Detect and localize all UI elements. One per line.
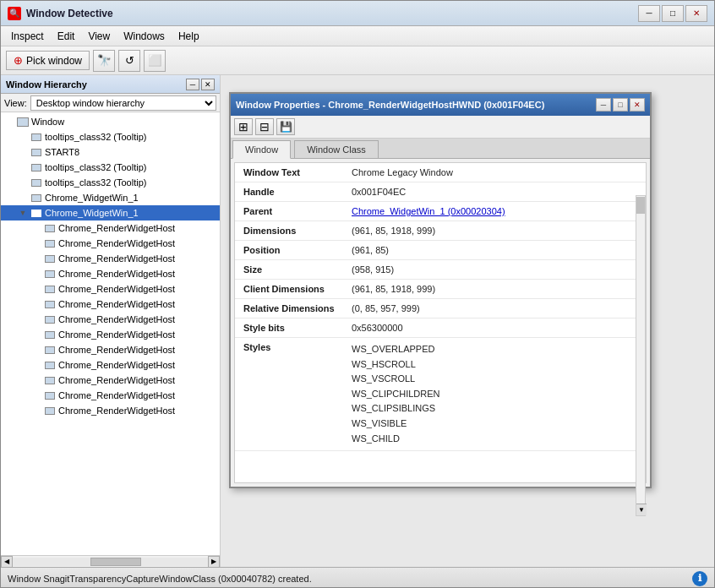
tree-toggle (16, 191, 30, 204)
property-label: Position (235, 241, 345, 260)
tree-item-label: Chrome_RenderWidgetHost (58, 223, 175, 233)
tree-item[interactable]: Chrome_RenderWidgetHost (1, 403, 220, 418)
property-value: (961, 85, 1918, 999) (345, 221, 646, 241)
tree-item[interactable]: START8 (1, 144, 220, 160)
tree-toggle (30, 373, 43, 387)
view-dropdown[interactable]: Desktop window hierarchy (30, 95, 216, 111)
tree-toggle (30, 252, 43, 265)
tree-item[interactable]: Chrome_RenderWidgetHost (1, 342, 220, 357)
property-row: Relative Dimensions(0, 85, 957, 999) (235, 299, 646, 318)
dialog-toolbar: ⊞ ⊟ 💾 (231, 116, 650, 139)
window-tree-icon (43, 389, 57, 402)
tree-item-label: Chrome_RenderWidgetHost (58, 406, 175, 416)
pick-window-label: Pick window (26, 55, 82, 67)
panel-title: Window Hierarchy (6, 79, 87, 90)
property-link[interactable]: Chrome_WidgetWin_1 (0x00020304) (352, 206, 505, 216)
info-icon: ℹ (692, 571, 707, 586)
dialog-scroll-thumb[interactable] (636, 197, 645, 214)
window-tree-icon (43, 373, 57, 387)
window-tree-icon (43, 313, 57, 326)
tree-item[interactable]: Chrome_RenderWidgetHost (1, 327, 220, 342)
tree-item[interactable]: Chrome_RenderWidgetHost (1, 251, 220, 266)
property-row: StylesWS_OVERLAPPEDWS_HSCROLLWS_VSCROLLW… (235, 338, 646, 451)
tree-item-label: Chrome_RenderWidgetHost (58, 238, 175, 248)
tree-item[interactable]: Chrome_RenderWidgetHost (1, 373, 220, 388)
dialog-tabs: Window Window Class (231, 139, 650, 159)
tree-item[interactable]: tooltips_class32 (Tooltip) (1, 129, 220, 144)
panel-minimize-button[interactable]: ─ (186, 79, 199, 90)
dialog-content[interactable]: Window TextChrome Legacy WindowHandle0x0… (234, 162, 647, 483)
dialog-minimize-button[interactable]: ─ (596, 98, 611, 112)
close-button[interactable]: ✕ (685, 5, 707, 22)
dialog-tool-1[interactable]: ⊞ (234, 118, 253, 135)
tree-item[interactable]: Chrome_RenderWidgetHost (1, 297, 220, 312)
tree-item-label: Chrome_RenderWidgetHost (58, 314, 175, 324)
window-tree-icon (43, 221, 57, 235)
dialog-tool-2[interactable]: ⊟ (255, 118, 274, 135)
tree-item-label: Chrome_RenderWidgetHost (58, 375, 175, 385)
tab-window[interactable]: Window (232, 140, 291, 159)
window-tree-icon (30, 130, 43, 144)
tree-container[interactable]: Windowtooltips_class32 (Tooltip)START8to… (1, 112, 220, 555)
menu-windows[interactable]: Windows (117, 29, 172, 44)
status-text: Window SnagitTransparencyCaptureWindowCl… (8, 574, 312, 584)
tree-toggle (16, 145, 30, 159)
tree-item[interactable]: Chrome_RenderWidgetHost (1, 281, 220, 297)
tree-item[interactable]: Chrome_RenderWidgetHost (1, 312, 220, 327)
tree-item[interactable]: Chrome_WidgetWin_1 (1, 190, 220, 205)
menu-help[interactable]: Help (172, 29, 206, 44)
property-row: Dimensions(961, 85, 1918, 999) (235, 221, 646, 241)
binoculars-icon: 🔭 (97, 54, 112, 67)
menu-edit[interactable]: Edit (51, 29, 82, 44)
tree-toggle[interactable]: ▼ (16, 206, 30, 220)
tree-item[interactable]: Chrome_RenderWidgetHost (1, 357, 220, 373)
app-title: Window Detective (26, 8, 638, 19)
refresh-button[interactable]: ↺ (118, 50, 140, 72)
highlight-button[interactable]: ⬜ (144, 50, 166, 72)
minimize-button[interactable]: ─ (638, 5, 660, 22)
tree-toggle (30, 267, 43, 280)
property-value: (961, 85) (345, 241, 646, 260)
scroll-thumb[interactable] (90, 558, 141, 566)
window-tree-icon (43, 358, 57, 372)
dialog-maximize-button[interactable]: □ (613, 98, 628, 112)
dialog-vertical-scrollbar[interactable]: ▼ (636, 195, 646, 516)
property-value[interactable]: Chrome_WidgetWin_1 (0x00020304) (345, 202, 646, 221)
scroll-track[interactable] (13, 558, 208, 566)
binoculars-button[interactable]: 🔭 (93, 50, 115, 72)
dialog-close-button[interactable]: ✕ (630, 98, 645, 112)
window-tree-icon (43, 237, 57, 250)
scroll-right-button[interactable]: ▶ (208, 556, 220, 568)
tree-toggle (16, 161, 30, 174)
tree-item[interactable]: tooltips_class32 (Tooltip) (1, 175, 220, 190)
tab-window-class[interactable]: Window Class (294, 140, 379, 158)
tree-item-label: Chrome_RenderWidgetHost (58, 269, 175, 279)
tree-item-label: Chrome_RenderWidgetHost (58, 345, 175, 355)
maximize-button[interactable]: □ (662, 5, 684, 22)
tree-item-label: Chrome_RenderWidgetHost (58, 360, 175, 370)
tree-item[interactable]: Chrome_RenderWidgetHost (1, 236, 220, 251)
scroll-down-arrow[interactable]: ▼ (636, 504, 647, 515)
pick-window-button[interactable]: ⊕ Pick window (6, 51, 90, 70)
tree-item-label: START8 (45, 147, 79, 157)
window-tree-icon (30, 161, 43, 174)
menu-inspect[interactable]: Inspect (4, 29, 51, 44)
tree-item[interactable]: Chrome_RenderWidgetHost (1, 266, 220, 281)
tree-toggle (30, 358, 43, 372)
menu-view[interactable]: View (81, 29, 117, 44)
property-label: Styles (235, 338, 345, 451)
tree-item[interactable]: Chrome_RenderWidgetHost (1, 220, 220, 236)
window-tree-icon (43, 297, 57, 311)
property-label: Style bits (235, 318, 345, 338)
tree-item[interactable]: tooltips_class32 (Tooltip) (1, 160, 220, 175)
tree-item[interactable]: ▼Chrome_WidgetWin_1 (1, 205, 220, 220)
dialog-tool-3[interactable]: 💾 (276, 118, 295, 135)
tree-toggle (30, 237, 43, 250)
tree-toggle (30, 313, 43, 326)
save-icon: 💾 (280, 121, 292, 133)
scroll-left-button[interactable]: ◀ (1, 556, 13, 568)
panel-close-button[interactable]: ✕ (201, 79, 215, 90)
tree-item[interactable]: Window (1, 114, 220, 129)
horizontal-scrollbar[interactable]: ◀ ▶ (1, 555, 220, 567)
tree-item[interactable]: Chrome_RenderWidgetHost (1, 388, 220, 403)
